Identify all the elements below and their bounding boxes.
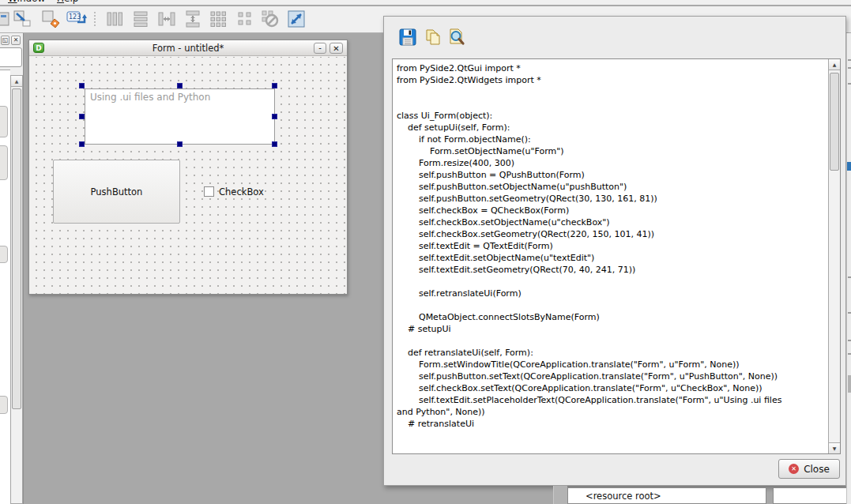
- scrollbar-thumb[interactable]: [830, 73, 839, 171]
- edit-tab-order-icon[interactable]: 123: [66, 9, 85, 28]
- resource-root-item[interactable]: <resource root>: [586, 491, 661, 502]
- pushbutton-widget[interactable]: PushButton: [53, 160, 180, 224]
- code-line: self.checkBox.setGeometry(QRect(220, 150…: [397, 228, 828, 240]
- copy-icon[interactable]: [424, 28, 444, 48]
- close-button-label: Close: [804, 464, 830, 475]
- break-layout-icon[interactable]: [261, 9, 280, 28]
- widget-box-list[interactable]: [0, 70, 10, 504]
- code-line: if not Form.objectName():: [397, 134, 828, 145]
- lay-out-horizontally-icon[interactable]: [105, 9, 124, 28]
- edit-buddies-icon[interactable]: [41, 9, 60, 28]
- panel-edge-mark: [848, 67, 851, 69]
- code-line: [397, 335, 828, 347]
- textedit-widget[interactable]: Using .ui files and Python: [85, 88, 275, 145]
- lay-out-vertically-icon[interactable]: [131, 9, 150, 28]
- panel-edge-mark: [848, 276, 851, 278]
- widget-box-panel: ◱ ✕ ▲: [0, 33, 24, 504]
- scroll-down-icon[interactable]: ▼: [829, 442, 840, 453]
- right-panel-edge: [846, 33, 851, 504]
- minimize-button[interactable]: -: [314, 43, 326, 54]
- code-line: self.pushButton = QPushButton(Form): [397, 169, 828, 181]
- python-code-text[interactable]: from PySide2.QtGui import *from PySide2.…: [393, 59, 828, 453]
- dock-float-icon[interactable]: ◱: [1, 36, 9, 45]
- adjust-size-icon[interactable]: [287, 9, 306, 28]
- code-line: from PySide2.QtWidgets import *: [397, 74, 828, 86]
- selection-handle-mid-left[interactable]: [79, 114, 85, 119]
- code-line: [397, 299, 828, 311]
- code-line: Form.resize(400, 300): [397, 157, 828, 169]
- list-item[interactable]: [0, 396, 8, 414]
- scroll-up-icon[interactable]: ▲: [829, 59, 840, 70]
- form-canvas[interactable]: Using .ui files and Python PushButton Ch…: [29, 57, 347, 294]
- code-line: self.retranslateUi(Form): [397, 288, 828, 299]
- code-scrollbar[interactable]: ▲ ▼: [828, 59, 840, 453]
- resource-tree-panel: <resource root>: [567, 487, 766, 504]
- code-line: self.checkBox = QCheckBox(Form): [397, 205, 828, 216]
- code-line: Form.setObjectName(u"Form"): [397, 145, 828, 157]
- code-line: self.checkBox.setText(QCoreApplication.t…: [397, 382, 828, 394]
- selection-handle-top-right[interactable]: [272, 83, 277, 88]
- selection-handle-bottom-left[interactable]: [79, 141, 85, 147]
- code-line: QMetaObject.connectSlotsByName(Form): [397, 311, 828, 323]
- code-view[interactable]: from PySide2.QtGui import *from PySide2.…: [392, 58, 841, 454]
- panel-edge-mark: [848, 312, 851, 314]
- edit-signals-slots-icon[interactable]: [13, 9, 32, 28]
- panel-edge-mark: [848, 59, 851, 61]
- code-line: self.pushButton.setGeometry(QRect(30, 13…: [397, 193, 828, 205]
- code-line: and Python", None)): [397, 406, 828, 418]
- selection-handle-top-center[interactable]: [177, 83, 183, 88]
- dock-close-icon[interactable]: ✕: [11, 36, 21, 45]
- code-line: # retranslateUi: [397, 418, 828, 430]
- checkbox-indicator[interactable]: [204, 186, 214, 197]
- list-item[interactable]: [0, 106, 8, 137]
- resource-list-panel: [773, 487, 851, 504]
- panel-edge-mark: [848, 83, 851, 85]
- close-circle-icon: ✕: [789, 464, 799, 474]
- code-line: self.pushButton.setText(QCoreApplication…: [397, 370, 828, 382]
- panel-edge-scrollbar: [848, 375, 851, 393]
- menu-window[interactable]: Window: [8, 0, 45, 4]
- panel-edge-mark: [848, 353, 851, 355]
- lay-out-vertically-in-splitter-icon[interactable]: [183, 9, 202, 28]
- selection-handle-bottom-center[interactable]: [177, 141, 183, 147]
- lay-out-in-form-layout-icon[interactable]: [235, 9, 254, 28]
- code-line: [397, 86, 828, 98]
- code-preview-dialog: from PySide2.QtGui import *from PySide2.…: [383, 16, 846, 486]
- code-line: [397, 98, 828, 110]
- lay-out-in-grid-icon[interactable]: [209, 9, 228, 28]
- close-dialog-button[interactable]: ✕ Close: [778, 459, 840, 479]
- form-window-title: Form - untitled*: [29, 43, 347, 54]
- widget-box-scrollbar[interactable]: ▲: [10, 75, 23, 504]
- form-editor-window: D Form - untitled* - ✕ Using .ui files a…: [28, 39, 348, 295]
- selection-handle-bottom-right[interactable]: [272, 141, 277, 147]
- panel-splitter[interactable]: [553, 486, 567, 504]
- selection-handle-top-left[interactable]: [79, 83, 85, 88]
- selection-handle-mid-right[interactable]: [272, 114, 277, 119]
- edit-widgets-icon[interactable]: [0, 9, 9, 28]
- menu-bar: Window Help: [0, 0, 851, 6]
- checkbox-widget[interactable]: CheckBox: [203, 175, 283, 208]
- scrollbar-thumb[interactable]: [12, 88, 21, 409]
- list-item[interactable]: [0, 145, 8, 180]
- code-line: self.textEdit.setPlaceholderText(QCoreAp…: [397, 394, 828, 406]
- list-item[interactable]: [0, 246, 8, 263]
- save-icon[interactable]: [398, 28, 419, 48]
- code-line: self.textEdit = QTextEdit(Form): [397, 240, 828, 252]
- lay-out-horizontally-in-splitter-icon[interactable]: [157, 9, 176, 28]
- code-line: def retranslateUi(self, Form):: [397, 347, 828, 359]
- form-window-titlebar[interactable]: D Form - untitled* - ✕: [29, 40, 347, 56]
- qt-designer-screen: Window Help 123: [0, 0, 851, 504]
- code-line: class Ui_Form(object):: [397, 110, 828, 122]
- checkbox-label: CheckBox: [219, 186, 264, 197]
- widget-filter-input[interactable]: [0, 47, 22, 67]
- code-line: self.textEdit.setGeometry(QRect(70, 40, …: [397, 264, 828, 276]
- scroll-up-icon[interactable]: ▲: [11, 76, 22, 87]
- code-line: [397, 276, 828, 288]
- close-button[interactable]: ✕: [329, 43, 343, 54]
- textedit-placeholder: Using .ui files and Python: [90, 92, 210, 103]
- code-line: # setupUi: [397, 323, 828, 335]
- menu-help[interactable]: Help: [57, 0, 78, 4]
- code-line: Form.setWindowTitle(QCoreApplication.tra…: [397, 359, 828, 370]
- panel-edge-selection-mark: [847, 162, 851, 171]
- find-icon[interactable]: [447, 28, 468, 48]
